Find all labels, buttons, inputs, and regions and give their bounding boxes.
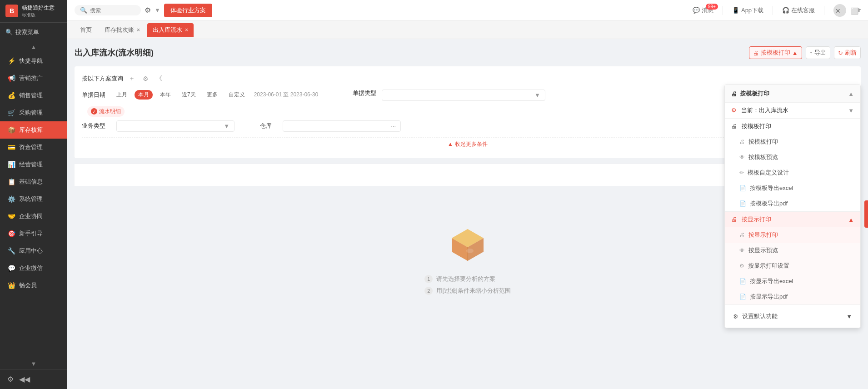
tab-home[interactable]: 首页 bbox=[75, 23, 97, 37]
maximize-window-button[interactable]: ⬜ bbox=[848, 5, 861, 17]
svg-point-5 bbox=[466, 249, 474, 253]
chevron-down-icon[interactable]: ▼ bbox=[848, 107, 854, 114]
sidebar-item-enterprise[interactable]: 🤝 企业协同 bbox=[0, 208, 67, 225]
date-range-display: 2023-06-01 至 2023-06-30 bbox=[254, 91, 318, 99]
sidebar-item-inventory[interactable]: 📦 库存核算 bbox=[0, 121, 67, 139]
sidebar-scroll-up[interactable]: ▲ bbox=[0, 42, 67, 52]
sidebar-scroll-down[interactable]: ▼ bbox=[0, 359, 67, 369]
date-last-month[interactable]: 上月 bbox=[113, 90, 131, 100]
display-export-excel-item[interactable]: 📄 按显示导出excel bbox=[725, 274, 860, 289]
filter-tag-detail[interactable]: ✓ 流水明细 bbox=[87, 106, 125, 117]
page-title-bar: 出入库流水(流水明细) 🖨 按模板打印 ▲ ↑ 导出 ↻ 刷新 bbox=[75, 46, 861, 59]
tab-flow[interactable]: 出入库流水 × bbox=[147, 23, 194, 37]
sidebar-item-purchase[interactable]: 🛒 采购管理 bbox=[0, 104, 67, 121]
industry-solution-button[interactable]: 体验行业方案 bbox=[164, 4, 212, 17]
sidebar-item-finance[interactable]: 💳 资金管理 bbox=[0, 139, 67, 156]
date-filter: 上月 本月 本年 近7天 更多 自定义 2023-06-01 至 2023-06… bbox=[113, 90, 318, 100]
search-menu-button[interactable]: 🔍 搜索菜单 bbox=[5, 26, 62, 38]
sidebar-item-basic[interactable]: 📋 基础信息 bbox=[0, 173, 67, 190]
dropdown-collapse-icon[interactable]: ▲ bbox=[848, 90, 854, 97]
app-download-button[interactable]: 📱 App下载 bbox=[732, 6, 763, 15]
date-this-month[interactable]: 本月 bbox=[135, 90, 153, 100]
search-input[interactable] bbox=[90, 7, 135, 14]
filter-settings-button[interactable]: ⚙ bbox=[140, 74, 150, 84]
sidebar-item-wechat[interactable]: 💬 企业微信 bbox=[0, 259, 67, 277]
export-button[interactable]: ↑ 导出 bbox=[806, 46, 831, 59]
doc-type-select[interactable]: ▼ bbox=[382, 90, 545, 101]
headset-icon: 🎧 bbox=[782, 7, 789, 14]
message-button[interactable]: 💬 消息 99+ bbox=[693, 6, 713, 15]
chevron-down-icon[interactable]: ▼ bbox=[846, 313, 852, 320]
current-template-header[interactable]: ⚙ 当前：出入库流水 ▼ bbox=[725, 103, 860, 118]
set-default-item[interactable]: ⚙ 设置默认功能 ▼ bbox=[731, 309, 854, 324]
display-print-settings-item[interactable]: ⚙ 按显示打印设置 bbox=[725, 258, 860, 274]
phone-icon: 📱 bbox=[732, 7, 739, 14]
basic-icon: 📋 bbox=[7, 178, 15, 186]
settings-icon[interactable]: ⚙ bbox=[7, 375, 14, 384]
operations-icon: 📊 bbox=[7, 160, 15, 169]
sidebar-item-operations[interactable]: 📊 经营管理 bbox=[0, 156, 67, 173]
close-window-button[interactable]: ✕ bbox=[832, 5, 844, 17]
pdf-icon: 📄 bbox=[739, 200, 746, 207]
topbar: 🔍 ⚙ ▼ 体验行业方案 💬 消息 99+ 📱 App下载 bbox=[67, 0, 868, 21]
message-icon: 💬 bbox=[693, 7, 700, 14]
sidebar-item-label: 资金管理 bbox=[19, 143, 43, 151]
page-content: 出入库流水(流水明细) 🖨 按模板打印 ▲ ↑ 导出 ↻ 刷新 bbox=[67, 39, 868, 389]
template-preview-item[interactable]: 👁 按模板预览 bbox=[725, 150, 860, 165]
dropdown-template-section: 🖨 按模板打印 🖨 按模板打印 👁 按模板预览 ✏ 模板自定义设 bbox=[725, 119, 860, 212]
right-edge-handle[interactable] bbox=[864, 200, 868, 228]
guide-icon: 🎯 bbox=[7, 229, 15, 238]
refresh-button[interactable]: ↻ 刷新 bbox=[834, 46, 861, 59]
sidebar-nav: ⚡ 快捷导航 📢 营销推广 💰 销售管理 🛒 采购管理 📦 库存核算 💳 资金管… bbox=[0, 52, 67, 359]
template-section-header[interactable]: 🖨 按模板打印 bbox=[725, 119, 860, 134]
divider bbox=[723, 6, 723, 15]
chevron-up-icon[interactable]: ▲ bbox=[848, 216, 854, 223]
display-section-header[interactable]: 🖨 按显示打印 ▲ bbox=[725, 212, 860, 227]
empty-step-2: 2 用[过滤]条件来缩小分析范围 bbox=[424, 287, 510, 295]
online-service-button[interactable]: 🎧 在线客服 bbox=[782, 6, 815, 15]
display-print-item[interactable]: 🖨 按显示打印 bbox=[725, 227, 860, 243]
topbar-chevron-icon[interactable]: ▼ bbox=[155, 7, 160, 14]
tab-close-icon[interactable]: × bbox=[137, 27, 140, 33]
display-export-pdf-item[interactable]: 📄 按显示导出pdf bbox=[725, 289, 860, 304]
purchase-icon: 🛒 bbox=[7, 109, 15, 117]
settings-icon[interactable]: ⚙ bbox=[145, 6, 151, 15]
tab-batch-ledger[interactable]: 库存批次账 × bbox=[99, 23, 145, 37]
sidebar-item-label: 系统管理 bbox=[19, 195, 43, 203]
menu-toggle-icon[interactable]: ◀◀ bbox=[19, 375, 30, 384]
pdf-icon: 📄 bbox=[739, 294, 746, 300]
sidebar-item-vip[interactable]: 👑 畅会员 bbox=[0, 277, 67, 294]
sidebar-item-system[interactable]: ⚙️ 系统管理 bbox=[0, 190, 67, 208]
template-export-pdf-item[interactable]: 📄 按模板导出pdf bbox=[725, 196, 860, 211]
sidebar-footer: ⚙ ◀◀ bbox=[0, 369, 67, 389]
template-print-item[interactable]: 🖨 按模板打印 bbox=[725, 134, 860, 150]
date-custom[interactable]: 自定义 bbox=[225, 90, 249, 100]
sidebar-item-marketing[interactable]: 📢 营销推广 bbox=[0, 70, 67, 87]
template-custom-item[interactable]: ✏ 模板自定义设计 bbox=[725, 165, 860, 180]
sidebar-item-apps[interactable]: 🔧 应用中心 bbox=[0, 242, 67, 259]
tab-close-icon[interactable]: × bbox=[185, 27, 188, 33]
business-type-select[interactable]: ▼ bbox=[116, 120, 234, 132]
date-this-year[interactable]: 本年 bbox=[156, 90, 175, 100]
date-more[interactable]: 更多 bbox=[203, 90, 221, 100]
tab-label: 出入库流水 bbox=[153, 26, 182, 34]
sidebar-item-guide[interactable]: 🎯 新手引导 bbox=[0, 225, 67, 242]
sidebar: B 畅捷通好生意 标准版 🔍 搜索菜单 ▲ ⚡ 快捷导航 📢 营销推广 💰 销售… bbox=[0, 0, 67, 389]
topbar-search[interactable]: 🔍 bbox=[75, 5, 141, 15]
sidebar-item-quick-nav[interactable]: ⚡ 快捷导航 bbox=[0, 52, 67, 70]
dropdown-title: 🖨 按模板打印 bbox=[731, 90, 769, 98]
sidebar-item-label: 基础信息 bbox=[19, 178, 43, 186]
tag-close-icon[interactable]: ✓ bbox=[91, 108, 97, 115]
date-last-7-days[interactable]: 近7天 bbox=[178, 90, 200, 100]
display-preview-item[interactable]: 👁 按显示预览 bbox=[725, 243, 860, 258]
warehouse-select[interactable]: ··· bbox=[283, 120, 401, 132]
filter-collapse-button[interactable]: 《 bbox=[154, 74, 164, 84]
sidebar-item-label: 快捷导航 bbox=[19, 57, 43, 65]
sidebar-item-sales[interactable]: 💰 销售管理 bbox=[0, 87, 67, 104]
template-print-button[interactable]: 🖨 按模板打印 ▲ bbox=[749, 46, 802, 59]
more-icon[interactable]: ··· bbox=[391, 123, 396, 130]
template-export-excel-item[interactable]: 📄 按模板导出excel bbox=[725, 180, 860, 196]
filter-add-button[interactable]: ＋ bbox=[127, 74, 137, 84]
sidebar-item-label: 采购管理 bbox=[19, 109, 43, 117]
sidebar-header: B 畅捷通好生意 标准版 bbox=[0, 0, 67, 23]
